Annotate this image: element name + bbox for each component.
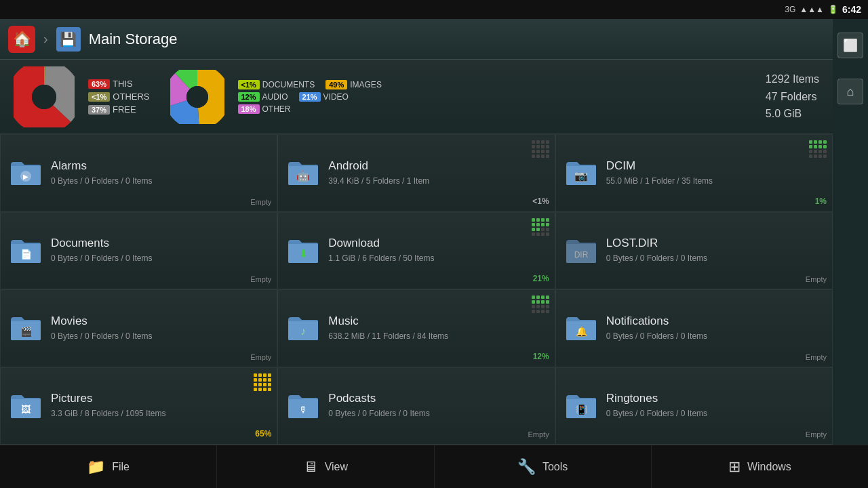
podcasts-info: Podcasts 0 Bytes / 0 Folders / 0 Items xyxy=(328,392,546,420)
notifications-info: Notifications 0 Bytes / 0 Folders / 0 It… xyxy=(606,314,824,342)
download-info: Download 1.1 GiB / 6 Folders / 50 Items xyxy=(328,237,546,264)
folder-alarms[interactable]: ▶ Alarms 0 Bytes / 0 Folders / 0 Items E… xyxy=(0,134,277,212)
bottom-toolbar: 📁 File 🖥 View 🔧 Tools ⊞ Windows xyxy=(0,445,868,488)
dcim-usage-label: 1% xyxy=(815,197,827,206)
android-details: 39.4 KiB / 5 Folders / 1 Item xyxy=(328,176,546,187)
items-count: 1292 Items xyxy=(766,70,819,88)
side-rail-btn-home[interactable]: ⌂ xyxy=(837,79,863,104)
clock: 6:42 xyxy=(842,4,861,15)
ringtones-usage-label: Empty xyxy=(806,430,827,439)
podcasts-icon: 🎙 xyxy=(286,389,320,423)
svg-text:▶: ▶ xyxy=(23,173,28,180)
folder-dcim[interactable]: 📷 DCIM 55.0 MiB / 1 Folder / 35 Items 1% xyxy=(555,134,833,212)
svg-point-9 xyxy=(186,86,208,108)
total-size: 5.0 GiB xyxy=(766,105,819,123)
lostdir-usage-label: Empty xyxy=(806,275,827,283)
alarms-info: Alarms 0 Bytes / 0 Folders / 0 Items xyxy=(51,159,269,187)
download-usage-indicator xyxy=(532,218,549,236)
svg-text:📷: 📷 xyxy=(574,169,588,182)
page-title: Main Storage xyxy=(89,30,178,48)
notifications-name: Notifications xyxy=(606,314,824,328)
view-label: View xyxy=(325,461,348,473)
file-button[interactable]: 📁 File xyxy=(0,445,217,488)
movies-icon: 🎬 xyxy=(9,311,43,345)
documents-icon: 📄 xyxy=(9,234,43,268)
storage-info-panel: 63% THIS <1% OTHERS 37% FREE <1% DOCUMEN… xyxy=(0,60,833,134)
side-rail-btn-window[interactable]: ⬜ xyxy=(837,33,863,58)
folder-music[interactable]: ♪ Music 638.2 MiB / 11 Folders / 84 Item… xyxy=(277,289,555,367)
movies-name: Movies xyxy=(51,314,269,328)
docs-label: DOCUMENTS xyxy=(262,80,315,89)
music-icon: ♪ xyxy=(286,311,320,345)
music-info: Music 638.2 MiB / 11 Folders / 84 Items xyxy=(328,314,546,342)
legend-video: 21% VIDEO xyxy=(299,92,349,102)
android-info: Android 39.4 KiB / 5 Folders / 1 Item xyxy=(328,159,546,187)
tools-button[interactable]: 🔧 Tools xyxy=(435,445,652,488)
usage-pie-chart xyxy=(14,66,75,127)
folder-movies[interactable]: 🎬 Movies 0 Bytes / 0 Folders / 0 Items E… xyxy=(0,289,277,367)
music-name: Music xyxy=(328,314,546,328)
alarms-icon: ▶ xyxy=(9,156,43,190)
svg-point-3 xyxy=(32,85,56,109)
svg-text:♪: ♪ xyxy=(300,325,306,337)
folder-android[interactable]: 🤖 Android 39.4 KiB / 5 Folders / 1 Item … xyxy=(277,134,555,212)
view-icon: 🖥 xyxy=(303,458,318,476)
notifications-details: 0 Bytes / 0 Folders / 0 Items xyxy=(606,331,824,342)
movies-usage-label: Empty xyxy=(250,353,271,361)
pictures-details: 3.3 GiB / 8 Folders / 1095 Items xyxy=(51,408,269,420)
legend-others: <1% OTHERS xyxy=(88,92,150,102)
file-icon: 📁 xyxy=(87,458,105,476)
svg-text:📄: 📄 xyxy=(20,249,33,260)
folder-ringtones[interactable]: 📳 Ringtones 0 Bytes / 0 Folders / 0 Item… xyxy=(555,367,833,445)
other-badge: 18% xyxy=(238,104,260,114)
alarms-details: 0 Bytes / 0 Folders / 0 Items xyxy=(51,176,269,187)
legend-row-2: 12% AUDIO 21% VIDEO xyxy=(238,92,382,102)
folder-download[interactable]: ⬇ Download 1.1 GiB / 6 Folders / 50 Item… xyxy=(277,212,555,290)
view-button[interactable]: 🖥 View xyxy=(217,445,434,488)
breadcrumb-chevron: › xyxy=(43,31,48,47)
video-badge: 21% xyxy=(299,92,321,102)
notifications-icon: 🔔 xyxy=(564,311,598,345)
ringtones-details: 0 Bytes / 0 Folders / 0 Items xyxy=(606,408,824,420)
svg-text:🎙: 🎙 xyxy=(299,405,308,415)
dcim-usage-indicator xyxy=(809,140,827,158)
pictures-info: Pictures 3.3 GiB / 8 Folders / 1095 Item… xyxy=(51,392,269,420)
music-details: 638.2 MiB / 11 Folders / 84 Items xyxy=(328,331,546,342)
this-badge: 63% xyxy=(88,79,110,89)
notifications-usage-label: Empty xyxy=(806,353,827,361)
podcasts-usage-label: Empty xyxy=(528,430,549,439)
folder-pictures[interactable]: 🖼 Pictures 3.3 GiB / 8 Folders / 1095 It… xyxy=(0,367,277,445)
battery-icon: 🔋 xyxy=(828,5,838,14)
windows-button[interactable]: ⊞ Windows xyxy=(652,445,868,488)
svg-text:DIR: DIR xyxy=(574,250,588,260)
storage-icon: 💾 xyxy=(56,27,81,52)
tools-icon: 🔧 xyxy=(517,458,536,476)
download-icon: ⬇ xyxy=(286,234,320,268)
android-usage-label: <1% xyxy=(532,197,549,206)
android-usage-indicator xyxy=(532,140,549,158)
dcim-icon: 📷 xyxy=(564,156,598,190)
pictures-usage-indicator xyxy=(254,373,271,391)
home-button[interactable]: 🏠 xyxy=(8,26,35,53)
folder-notifications[interactable]: 🔔 Notifications 0 Bytes / 0 Folders / 0 … xyxy=(555,289,833,367)
tools-label: Tools xyxy=(542,461,568,473)
pictures-name: Pictures xyxy=(51,392,269,405)
podcasts-details: 0 Bytes / 0 Folders / 0 Items xyxy=(328,408,546,420)
folder-lostdir[interactable]: DIR LOST.DIR 0 Bytes / 0 Folders / 0 Ite… xyxy=(555,212,833,290)
dcim-info: DCIM 55.0 MiB / 1 Folder / 35 Items xyxy=(606,159,824,187)
svg-text:🖼: 🖼 xyxy=(21,404,31,415)
folder-documents[interactable]: 📄 Documents 0 Bytes / 0 Folders / 0 Item… xyxy=(0,212,277,290)
documents-usage-label: Empty xyxy=(250,275,271,283)
legend-audio: 12% AUDIO xyxy=(238,92,288,102)
documents-name: Documents xyxy=(51,237,269,250)
svg-text:⬇: ⬇ xyxy=(299,248,308,260)
lostdir-icon: DIR xyxy=(564,234,598,268)
music-usage-indicator xyxy=(532,296,549,313)
folder-podcasts[interactable]: 🎙 Podcasts 0 Bytes / 0 Folders / 0 Items… xyxy=(277,367,555,445)
ringtones-name: Ringtones xyxy=(606,392,824,405)
svg-text:🎬: 🎬 xyxy=(20,326,33,338)
podcasts-name: Podcasts xyxy=(328,392,546,405)
lostdir-details: 0 Bytes / 0 Folders / 0 Items xyxy=(606,253,824,264)
category-pie-chart xyxy=(170,70,224,124)
network-indicator: 3G xyxy=(785,5,795,14)
